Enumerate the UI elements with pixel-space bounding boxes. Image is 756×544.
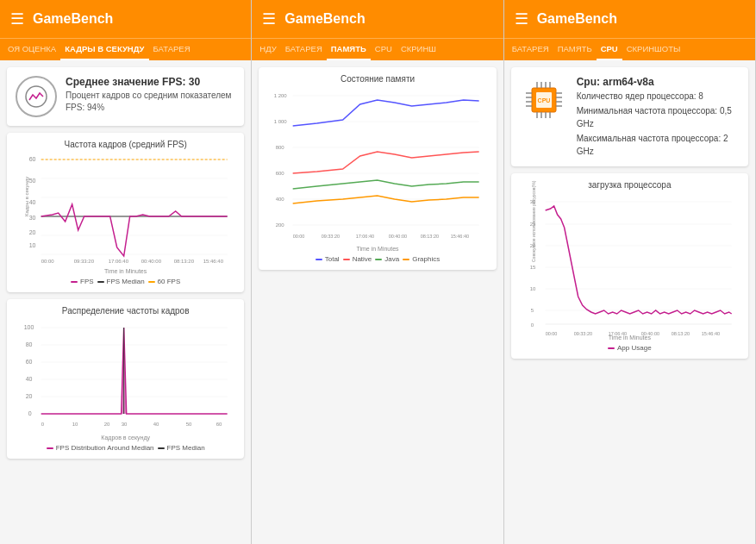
svg-text:15:46:40: 15:46:40	[701, 331, 719, 336]
tab-fps[interactable]: КАДРЫ В СЕКУНДУ	[60, 39, 148, 60]
tab-battery-p2[interactable]: БАТАРЕЯ	[281, 39, 327, 60]
svg-text:00:00: 00:00	[41, 259, 55, 264]
svg-text:00:40:00: 00:40:00	[389, 234, 407, 239]
svg-text:60: 60	[26, 359, 33, 365]
legend-fps-median: FPS Median	[97, 278, 145, 285]
header-title-panel3: GameBench	[537, 11, 617, 27]
fps-dist-area: 100 80 60 40 20 0 0 10 20 30 40	[14, 319, 237, 441]
fps-line-svg: 60 50 40 30 20 10	[14, 153, 237, 265]
memory-chart-title: Состояние памяти	[266, 74, 489, 84]
content-panel1: Среднее значение FPS: 30 Процент кадров …	[0, 60, 251, 544]
tab-cpu-p2[interactable]: CPU	[371, 39, 397, 60]
legend-graphics: Graphics	[403, 255, 440, 263]
cpu-info-text: Cpu: arm64-v8a Количество ядер процессор…	[577, 76, 740, 158]
legend-native: Native	[343, 255, 372, 263]
svg-text:20: 20	[26, 393, 33, 399]
panel-cpu: ☰ GameBench БАТАРЕЯ ПАМЯТЬ CPU СКРИНШОТЫ…	[504, 0, 756, 544]
tab-battery-p3[interactable]: БАТАРЕЯ	[508, 39, 553, 60]
svg-text:00:00: 00:00	[293, 234, 305, 239]
tab-battery-p1[interactable]: БАТАРЕЯ	[149, 39, 195, 60]
svg-text:0: 0	[530, 322, 534, 328]
cpu-chip-icon: CPU	[522, 78, 566, 122]
memory-x-label: Time in Minutes	[266, 246, 489, 252]
cpu-chart-area: 30 25 20 15 10 5 0	[518, 193, 741, 341]
legend-median: FPS Median	[158, 444, 205, 452]
svg-text:15: 15	[529, 265, 535, 270]
cpu-icon: CPU	[520, 76, 568, 124]
tab-screenshot-p2[interactable]: СКРИНШ	[397, 39, 440, 60]
menu-icon-panel3[interactable]: ☰	[515, 9, 528, 28]
svg-text:60: 60	[216, 422, 222, 427]
tab-overall[interactable]: ОЯ ОЦЕНКА	[3, 39, 60, 60]
memory-chart-box: Состояние памяти 1 200 1 000 800 600 400…	[259, 67, 496, 270]
tab-memory-p3[interactable]: ПАМЯТЬ	[553, 39, 597, 60]
svg-text:40: 40	[153, 422, 159, 427]
memory-chart-svg: 1 200 1 000 800 600 400 200	[266, 87, 489, 242]
svg-text:1 000: 1 000	[274, 119, 288, 124]
svg-text:40: 40	[26, 376, 33, 382]
svg-text:15:46:40: 15:46:40	[451, 234, 469, 239]
cpu-info-card: CPU	[511, 67, 748, 166]
svg-text:Кадры в секунду: Кадры в секунду	[24, 177, 29, 216]
legend-fps: FPS	[71, 278, 94, 285]
svg-text:600: 600	[276, 171, 285, 176]
svg-text:00:00: 00:00	[545, 331, 557, 336]
header-title-panel2: GameBench	[284, 11, 365, 27]
tabs-panel1: ОЯ ОЦЕНКА КАДРЫ В СЕКУНДУ БАТАРЕЯ	[0, 38, 251, 60]
svg-text:08:13:20: 08:13:20	[671, 331, 689, 336]
svg-text:17:06:40: 17:06:40	[356, 234, 374, 239]
svg-text:10: 10	[72, 422, 78, 427]
menu-icon-panel2[interactable]: ☰	[262, 9, 276, 28]
legend-total: Total	[316, 255, 340, 263]
tab-cpu-p3[interactable]: CPU	[597, 39, 622, 60]
svg-text:08:13:20: 08:13:20	[174, 259, 195, 264]
fps-distribution-chart-box: Распределение частоты кадров 100 80 60 4…	[7, 299, 244, 459]
svg-text:20: 20	[104, 422, 110, 427]
svg-text:50: 50	[186, 422, 192, 427]
svg-text:100: 100	[24, 324, 34, 330]
svg-text:40: 40	[29, 199, 36, 205]
svg-text:20: 20	[29, 229, 36, 235]
fps-summary-card: Среднее значение FPS: 30 Процент кадров …	[7, 67, 244, 126]
svg-text:30: 30	[122, 422, 128, 427]
cpu-chart-svg: 30 25 20 15 10 5 0	[518, 193, 741, 331]
fps-chart-title: Частота кадров (средний FPS)	[14, 140, 237, 149]
svg-text:5: 5	[530, 308, 534, 313]
svg-text:10: 10	[29, 242, 36, 248]
header-panel3: ☰ GameBench	[504, 0, 755, 38]
svg-text:1 200: 1 200	[274, 93, 288, 98]
svg-point-0	[26, 86, 47, 107]
svg-text:30: 30	[29, 215, 36, 221]
panel-fps: ☰ GameBench ОЯ ОЦЕНКА КАДРЫ В СЕКУНДУ БА…	[0, 0, 252, 544]
fps-title: Среднее значение FPS: 30	[66, 76, 235, 88]
header-title-panel1: GameBench	[33, 11, 113, 27]
svg-text:08:13:20: 08:13:20	[421, 234, 439, 239]
memory-chart-legend: Total Native Java Graphics	[266, 255, 489, 263]
tabs-panel3: БАТАРЕЯ ПАМЯТЬ CPU СКРИНШОТЫ	[504, 38, 755, 60]
svg-text:200: 200	[276, 222, 285, 228]
cpu-min-freq: Минимальная частота процессора: 0,5 GHz	[577, 104, 740, 130]
fps-text: Среднее значение FPS: 30 Процент кадров …	[66, 76, 235, 114]
fps-dist-title: Распределение частоты кадров	[14, 306, 237, 316]
svg-text:09:33:20: 09:33:20	[573, 331, 591, 336]
fps-icon	[16, 76, 57, 117]
header-panel1: ☰ GameBench	[0, 0, 251, 38]
cpu-chart-box: загрузка процессора 30 25 20 15 10 5 0	[511, 173, 748, 359]
fps-description: Процент кадров со средним показателем FP…	[66, 90, 235, 114]
svg-text:60: 60	[29, 156, 36, 162]
panel-memory: ☰ GameBench НДУ БАТАРЕЯ ПАМЯТЬ CPU СКРИН…	[252, 0, 503, 544]
menu-icon-panel1[interactable]: ☰	[10, 9, 24, 28]
legend-dist: FPS Distribution Around Median	[47, 444, 154, 452]
svg-text:400: 400	[276, 197, 285, 202]
svg-text:0: 0	[28, 410, 32, 416]
fps-dist-legend: FPS Distribution Around Median FPS Media…	[14, 444, 237, 452]
cpu-max-freq: Максимальная частота процессора: 2 GHz	[577, 132, 740, 158]
tab-memory[interactable]: ПАМЯТЬ	[327, 39, 371, 60]
svg-text:09:33:20: 09:33:20	[74, 259, 95, 264]
content-panel2: Состояние памяти 1 200 1 000 800 600 400…	[252, 60, 503, 544]
svg-text:00:40:00: 00:40:00	[141, 259, 162, 264]
header-panel2: ☰ GameBench	[252, 0, 503, 38]
tab-screenshots-p3[interactable]: СКРИНШОТЫ	[622, 39, 685, 60]
fps-line-chart-box: Частота кадров (средний FPS) 60 50 40 30…	[7, 133, 244, 292]
tab-ndu[interactable]: НДУ	[255, 39, 280, 60]
